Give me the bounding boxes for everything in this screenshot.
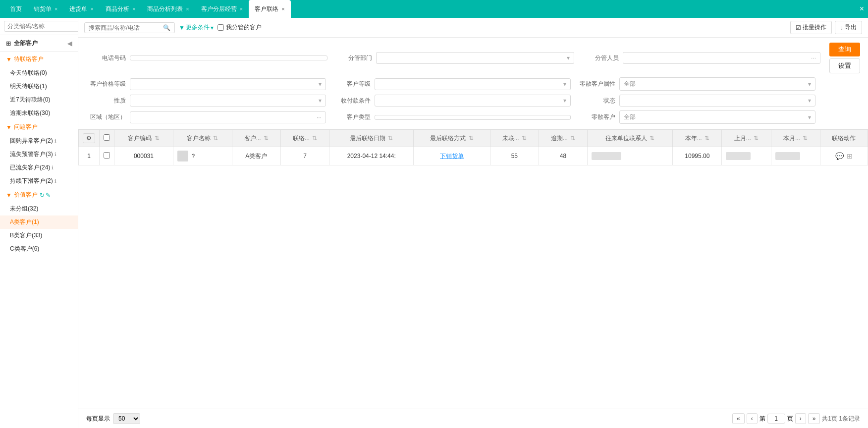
- field-nature: 性质 ▾: [86, 95, 326, 107]
- col-gear[interactable]: ⚙: [79, 130, 100, 147]
- last-page-btn[interactable]: »: [808, 413, 820, 424]
- col-checkbox[interactable]: [100, 130, 114, 147]
- close-customer-tier[interactable]: ×: [240, 6, 243, 12]
- sidebar-item-churned[interactable]: 已流失客户(24) ℹ: [0, 161, 78, 174]
- filter-row-3: 性质 ▾ 收付款条件 ▾ 状态: [86, 95, 860, 107]
- close-product-analysis[interactable]: ×: [132, 6, 135, 12]
- col-not-contacted[interactable]: 未联... ⇅: [490, 130, 539, 147]
- field-phone-label: 电话号码: [86, 54, 126, 62]
- sidebar-search-input[interactable]: [4, 21, 78, 32]
- sort-contact-count-icon: ⇅: [312, 135, 317, 142]
- cell-not-contacted: 55: [490, 147, 539, 165]
- field-retail-customer-select[interactable]: 全部 ▾: [619, 110, 815, 124]
- sidebar-search-container: 🔍: [0, 18, 78, 35]
- row-checkbox[interactable]: [104, 152, 110, 159]
- field-status-label: 状态: [576, 97, 615, 105]
- sidebar-item-declining[interactable]: 持续下滑客户(2) ℹ: [0, 174, 78, 188]
- next-page-btn[interactable]: ›: [795, 413, 806, 424]
- batch-op-button[interactable]: ☑ 批量操作: [790, 21, 832, 34]
- group-value-customers[interactable]: ▼ 价值客户 ↻ ✎: [0, 188, 78, 202]
- contact-person-placeholder: [592, 152, 621, 160]
- edit-value-icon[interactable]: ✎: [46, 192, 51, 199]
- filter-search-icon[interactable]: 🔍: [163, 24, 170, 31]
- close-product-analysis-list[interactable]: ×: [186, 6, 189, 12]
- sidebar-item-tomorrow[interactable]: 明天待联络(1): [0, 80, 78, 93]
- col-name[interactable]: 客户名称 ⇅: [173, 130, 232, 147]
- export-button[interactable]: ↓ 导出: [835, 21, 862, 34]
- filter-more-btn[interactable]: ▼ 更多条件 ▾: [179, 23, 214, 32]
- field-price-level-select[interactable]: ▾: [130, 78, 326, 90]
- field-dept-select[interactable]: ▾: [376, 52, 574, 64]
- first-page-btn[interactable]: «: [732, 413, 745, 424]
- nav-purchase-order[interactable]: 进货单 ×: [63, 0, 99, 18]
- group-problem-customers[interactable]: ▼ 问题客户: [0, 120, 78, 134]
- sidebar-item-class-a[interactable]: A类客户(1): [0, 215, 78, 229]
- col-level[interactable]: 客户... ⇅: [232, 130, 280, 147]
- my-customers-checkbox[interactable]: [217, 24, 224, 31]
- page-size-container: 每页显示 50 10 20 100: [86, 413, 140, 424]
- message-action-icon[interactable]: 💬: [835, 152, 844, 160]
- sort-last-month-icon: ⇅: [754, 135, 759, 142]
- sidebar-item-today[interactable]: 今天待联络(0): [0, 66, 78, 80]
- chevron-down-icon: ▾: [211, 24, 214, 31]
- field-price-level: 客户价格等级 ▾: [86, 78, 326, 90]
- export-icon: ↓: [840, 24, 843, 31]
- filter-search-input[interactable]: [89, 24, 163, 31]
- nav-product-analysis[interactable]: 商品分析 ×: [100, 0, 141, 18]
- sidebar-item-repurchase-abnormal[interactable]: 回购异常客户(2) ℹ: [0, 134, 78, 148]
- field-nature-select[interactable]: ▾: [130, 95, 326, 107]
- setting-button[interactable]: 设置: [829, 58, 860, 73]
- close-customer-contact[interactable]: ×: [281, 6, 284, 12]
- field-customer-type-label: 客户类型: [331, 113, 371, 121]
- close-sales-order[interactable]: ×: [54, 6, 57, 12]
- nav-customer-tier[interactable]: 客户分层经营 ×: [195, 0, 249, 18]
- close-all-btn[interactable]: ×: [860, 4, 864, 13]
- col-this-month[interactable]: 本月... ⇅: [771, 130, 820, 147]
- col-this-year[interactable]: 本年... ⇅: [673, 130, 722, 147]
- gear-button[interactable]: ⚙: [83, 133, 95, 143]
- field-payment-label: 收付款条件: [331, 97, 371, 105]
- cell-checkbox[interactable]: [100, 147, 114, 165]
- col-last-month[interactable]: 上月... ⇅: [722, 130, 771, 147]
- sidebar-item-churn-warning[interactable]: 流失预警客户(3) ℹ: [0, 148, 78, 161]
- filter-search-container: 🔍: [84, 22, 175, 33]
- select-all-checkbox[interactable]: [104, 134, 110, 141]
- nav-home[interactable]: 首页: [4, 0, 28, 18]
- col-last-date[interactable]: 最后联络日期 ⇅: [329, 130, 414, 147]
- field-retail-attr-select[interactable]: 全部 ▾: [619, 77, 815, 91]
- qr-action-icon[interactable]: ⊞: [847, 152, 853, 160]
- refresh-value-icon[interactable]: ↻: [40, 192, 45, 199]
- sidebar-all-customers[interactable]: ⊞ 全部客户 ◀: [0, 35, 78, 52]
- close-purchase-order[interactable]: ×: [90, 6, 93, 12]
- sidebar-item-overdue[interactable]: 逾期未联络(30): [0, 107, 78, 120]
- col-last-method[interactable]: 最后联络方式 ⇅: [414, 130, 490, 147]
- col-contact-count[interactable]: 联络... ⇅: [280, 130, 329, 147]
- field-region-select[interactable]: ···: [130, 111, 326, 123]
- group-pending-contact[interactable]: ▼ 待联络客户: [0, 52, 78, 66]
- sidebar-item-7days[interactable]: 近7天待联络(0): [0, 93, 78, 107]
- nav-product-analysis-list[interactable]: 商品分析列表 ×: [141, 0, 195, 18]
- cell-last-method[interactable]: 下销货单: [414, 147, 490, 165]
- sidebar-item-ungrouped[interactable]: 未分组(32): [0, 202, 78, 215]
- field-payment-select[interactable]: ▾: [375, 95, 571, 107]
- nav-sales-order[interactable]: 销货单 ×: [28, 0, 63, 18]
- prev-page-btn[interactable]: ‹: [747, 413, 758, 424]
- field-customer-level-select[interactable]: ▾: [375, 78, 571, 90]
- region-dots-icon: ···: [317, 114, 322, 121]
- col-code[interactable]: 客户编码 ⇅: [114, 130, 173, 147]
- page-size-select[interactable]: 50 10 20 100: [113, 413, 140, 424]
- field-status-select[interactable]: ▾: [619, 95, 815, 107]
- filter-icon: ▼: [179, 24, 185, 31]
- field-phone-input[interactable]: [130, 55, 327, 60]
- sidebar-item-class-b[interactable]: B类客户(33): [0, 229, 78, 242]
- nav-customer-contact[interactable]: 客户联络 ×: [249, 0, 290, 18]
- col-contact-person[interactable]: 往来单位联系人 ⇅: [588, 130, 673, 147]
- query-button[interactable]: 查询: [829, 43, 860, 56]
- field-person-select[interactable]: ···: [623, 52, 820, 64]
- col-overdue[interactable]: 逾期... ⇅: [539, 130, 587, 147]
- filter-my-customers[interactable]: 我分管的客户: [217, 23, 262, 32]
- field-customer-type-input[interactable]: [375, 115, 571, 120]
- total-records-label: 共1页 1条记录: [822, 415, 860, 423]
- sidebar-item-class-c[interactable]: C类客户(6): [0, 242, 78, 256]
- page-number-input[interactable]: [767, 414, 785, 424]
